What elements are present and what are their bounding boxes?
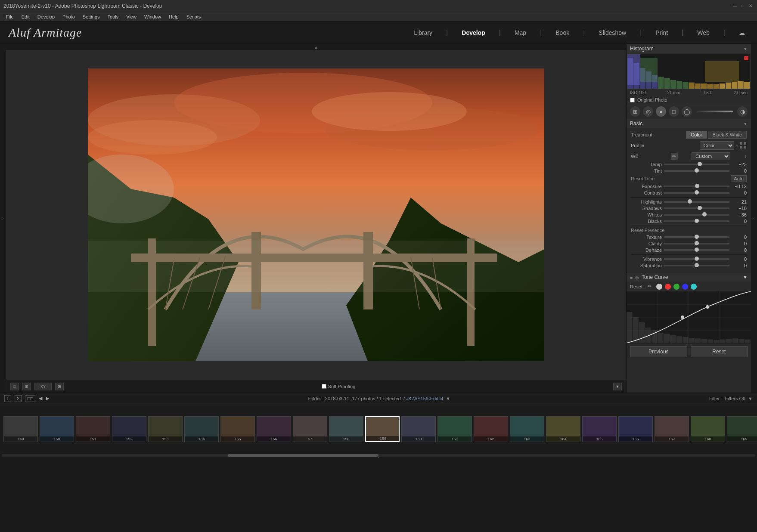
top-collapse-button[interactable]: ▲	[6, 44, 626, 50]
nav-web[interactable]: Web	[694, 28, 713, 38]
blacks-slider[interactable]	[664, 220, 729, 222]
prev-nav-btn[interactable]: ◀	[39, 396, 42, 401]
basic-header[interactable]: Basic ▼	[627, 119, 751, 128]
crop-tool[interactable]: ⊞	[630, 106, 640, 117]
scrollbar-thumb[interactable]	[228, 454, 378, 457]
filmstrip-thumb-163[interactable]: 163	[510, 416, 544, 442]
filmstrip-thumb-169[interactable]: 169	[727, 416, 757, 442]
nav-map[interactable]: Map	[511, 28, 530, 38]
filmstrip-thumb--159[interactable]: -159	[365, 416, 400, 442]
treatment-color-btn[interactable]: Color	[686, 131, 707, 139]
filmstrip-thumb-167[interactable]: 167	[655, 416, 689, 442]
texture-slider[interactable]	[664, 236, 729, 238]
filmstrip-thumb-162[interactable]: 162	[474, 416, 508, 442]
filmstrip-thumb-152[interactable]: 152	[112, 416, 146, 442]
menu-develop[interactable]: Develop	[34, 13, 58, 20]
texture-thumb[interactable]	[695, 235, 699, 239]
clarity-thumb[interactable]	[695, 241, 699, 245]
menu-edit[interactable]: Edit	[18, 13, 33, 20]
clarity-slider[interactable]	[664, 243, 729, 244]
tc-blue-dot[interactable]	[682, 284, 688, 290]
filmstrip-thumb-165[interactable]: 165	[582, 416, 617, 442]
filmstrip-thumb-168[interactable]: 168	[691, 416, 725, 442]
tone-curve-eyedropper[interactable]: ✏	[648, 284, 654, 290]
reset-button[interactable]: Reset	[691, 346, 748, 357]
red-eye-tool[interactable]: ●	[656, 106, 666, 117]
filmstrip-thumb-161[interactable]: 161	[437, 416, 472, 442]
previous-button[interactable]: Previous	[630, 346, 687, 357]
auto-button[interactable]: Auto	[731, 175, 747, 182]
tc-white-dot[interactable]	[656, 284, 662, 290]
collapse-filmstrip-btn[interactable]: ▼	[613, 383, 622, 390]
soft-proofing-toggle[interactable]: Soft Proofing	[322, 384, 356, 389]
left-panel-toggle[interactable]: ›	[0, 44, 6, 393]
filmstrip-thumb-57[interactable]: 57	[293, 416, 327, 442]
menu-file[interactable]: File	[3, 13, 17, 20]
tc-red-dot[interactable]	[665, 284, 671, 290]
tone-curve-header[interactable]: ■ ◎ Tone Curve ▼	[627, 272, 751, 282]
wb-eyedropper-tool[interactable]: ✏	[671, 153, 678, 160]
filmstrip-thumb-155[interactable]: 155	[220, 416, 255, 442]
filmstrip-thumb-151[interactable]: 151	[76, 416, 110, 442]
nav-slideshow[interactable]: Slideshow	[595, 28, 630, 38]
original-photo-checkbox[interactable]	[630, 98, 635, 102]
temp-thumb[interactable]	[698, 162, 702, 166]
view-mode-grid[interactable]: ⊞	[22, 383, 31, 390]
view-mode-single[interactable]: □	[10, 383, 19, 390]
maximize-button[interactable]: □	[740, 3, 746, 9]
contrast-slider[interactable]	[664, 192, 729, 194]
filmstrip-thumb-154[interactable]: 154	[184, 416, 219, 442]
tc-point-curve-dot[interactable]	[691, 284, 697, 290]
next-nav-btn[interactable]: ▶	[46, 396, 49, 401]
menu-tools[interactable]: Tools	[104, 13, 122, 20]
shadows-thumb[interactable]	[698, 206, 702, 210]
radial-filter-tool[interactable]: ◯	[682, 106, 692, 117]
menu-view[interactable]: View	[123, 13, 140, 20]
blacks-thumb[interactable]	[695, 219, 699, 223]
nav-library[interactable]: Library	[410, 28, 436, 38]
filmstrip-thumb-150[interactable]: 150	[40, 416, 74, 442]
tint-slider[interactable]	[664, 170, 729, 172]
view-mode-compare[interactable]: XY	[34, 383, 52, 390]
whites-slider[interactable]	[664, 214, 729, 216]
filmstrip-thumb-166[interactable]: 166	[618, 416, 653, 442]
view-single-btn[interactable]: 1	[4, 395, 11, 402]
menu-settings[interactable]: Settings	[79, 13, 103, 20]
histogram-header[interactable]: Histogram ▼	[627, 44, 751, 53]
tc-green-dot[interactable]	[673, 284, 679, 290]
menu-window[interactable]: Window	[141, 13, 164, 20]
shadows-slider[interactable]	[664, 207, 729, 209]
scrollbar-track[interactable]	[2, 454, 755, 457]
vibrance-slider[interactable]	[664, 258, 729, 260]
exposure-slider[interactable]	[664, 186, 729, 187]
highlights-slider[interactable]	[664, 201, 729, 203]
treatment-bw-btn[interactable]: Black & White	[708, 131, 747, 139]
saturation-thumb[interactable]	[695, 263, 699, 267]
filmstrip-thumb-149[interactable]: 149	[3, 416, 38, 442]
nav-print[interactable]: Print	[652, 28, 671, 38]
filmstrip-thumb-156[interactable]: 156	[257, 416, 291, 442]
tone-curve-collapse-icon[interactable]: ■	[630, 275, 633, 280]
spot-removal-tool[interactable]: ◎	[643, 106, 653, 117]
filmstrip-thumb-160[interactable]: 160	[401, 416, 436, 442]
filmstrip-thumb-153[interactable]: 153	[148, 416, 183, 442]
vibrance-thumb[interactable]	[695, 257, 699, 261]
menu-photo[interactable]: Photo	[59, 13, 78, 20]
soft-proofing-checkbox[interactable]	[322, 384, 326, 389]
contrast-thumb[interactable]	[695, 190, 699, 195]
filmstrip-scrollbar[interactable]	[0, 454, 757, 457]
menu-scripts[interactable]: Scripts	[183, 13, 205, 20]
temp-slider[interactable]	[664, 164, 729, 165]
nav-develop[interactable]: Develop	[458, 28, 488, 38]
graduated-filter-tool[interactable]: □	[669, 106, 679, 117]
tone-curve-vis-icon[interactable]: ◎	[635, 275, 639, 280]
filmstrip-thumb-158[interactable]: 158	[329, 416, 363, 442]
dehaze-slider[interactable]	[664, 249, 729, 251]
view-mode-survey[interactable]: ⊠	[55, 383, 64, 390]
profile-grid-icon[interactable]	[740, 142, 747, 149]
filmstrip-thumb-164[interactable]: 164	[546, 416, 580, 442]
adjustment-brush-tool[interactable]: ◑	[737, 106, 748, 117]
whites-thumb[interactable]	[702, 212, 707, 217]
close-button[interactable]: ✕	[748, 3, 754, 9]
exposure-quick-slider[interactable]	[696, 111, 733, 112]
